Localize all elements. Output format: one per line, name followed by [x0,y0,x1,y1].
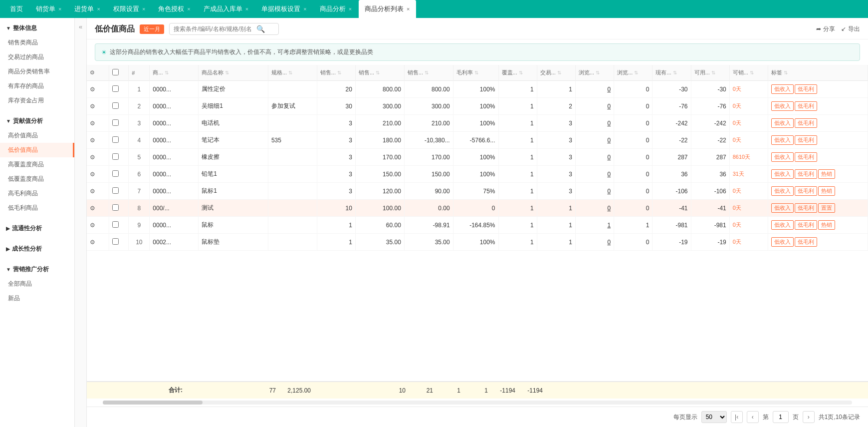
select-all-checkbox[interactable] [112,69,119,75]
col-sales-cost[interactable]: 销售... ⇅ [404,65,453,81]
col-spec[interactable]: 规格... ⇅ [268,65,317,81]
row-check[interactable] [109,217,129,234]
browse1-link[interactable]: 0 [607,205,611,212]
close-icon[interactable]: × [142,6,145,12]
row-check[interactable] [109,132,129,149]
col-sales-qty[interactable]: 销售... ⇅ [317,65,355,81]
col-browse2[interactable]: 浏览... ⇅ [614,65,652,81]
sidebar-item-新品[interactable]: 新品 [0,291,74,306]
page-input[interactable] [773,411,789,423]
browse1-link[interactable]: 0 [607,239,611,246]
gear-cell[interactable]: ⚙ [87,166,109,183]
row-checkbox[interactable] [112,238,119,245]
scrollbar-track[interactable] [103,401,852,405]
sidebar-item-销售类商品[interactable]: 销售类商品 [0,35,74,50]
gear-cell[interactable]: ⚙ [87,132,109,149]
gear-cell[interactable]: ⚙ [87,115,109,132]
col-sales-amt[interactable]: 销售... ⇅ [355,65,404,81]
sidebar-item-高价值商品[interactable]: 高价值商品 [0,128,74,143]
close-icon[interactable]: × [407,6,410,12]
sidebar-group-header-贡献值分析[interactable]: ▼ 贡献值分析 [0,114,74,128]
col-browse1[interactable]: 浏览... ⇅ [575,65,614,81]
browse1-link[interactable]: 0 [607,103,611,110]
close-icon[interactable]: × [187,6,190,12]
browse1-link[interactable]: 0 [607,120,611,127]
nav-item-角色授权[interactable]: 角色授权× [152,0,196,18]
row-checkbox[interactable] [112,119,119,126]
col-trade[interactable]: 交易... ⇅ [537,65,575,81]
row-check[interactable] [109,81,129,98]
sidebar-item-低毛利商品[interactable]: 低毛利商品 [0,201,74,215]
browse1-link[interactable]: 1 [607,222,611,229]
row-check[interactable] [109,149,129,166]
col-saleable[interactable]: 可销... ⇅ [729,65,768,81]
sidebar-group-header-整体信息[interactable]: ▼ 整体信息 [0,21,74,35]
page-size-select[interactable]: 50 100 200 [701,411,727,423]
row-checkbox[interactable] [112,136,119,143]
sidebar-item-有库存的商品[interactable]: 有库存的商品 [0,79,74,93]
nav-item-商品分析[interactable]: 商品分析× [314,0,358,18]
sidebar-item-全部商品[interactable]: 全部商品 [0,277,74,291]
nav-item-单据模板设置[interactable]: 单据模板设置× [255,0,312,18]
export-button[interactable]: ↙ 导出 [841,25,860,33]
nav-item-销货单[interactable]: 销货单× [30,0,67,18]
col-name[interactable]: 商品名称 ⇅ [199,65,268,81]
row-checkbox[interactable] [112,221,119,228]
gear-cell[interactable]: ⚙ [87,217,109,234]
row-check[interactable] [109,200,129,217]
gear-cell[interactable]: ⚙ [87,81,109,98]
row-check[interactable] [109,115,129,132]
sidebar-item-低覆盖度商品[interactable]: 低覆盖度商品 [0,172,74,186]
nav-item-产成品入库单[interactable]: 产成品入库单× [198,0,254,18]
gear-cell[interactable]: ⚙ [87,200,109,217]
browse1-link[interactable]: 0 [607,137,611,144]
browse1-link[interactable]: 0 [607,188,611,195]
browse1-link[interactable]: 0 [607,171,611,178]
gear-cell[interactable]: ⚙ [87,149,109,166]
gear-cell[interactable]: ⚙ [87,234,109,251]
scrollbar-thumb[interactable] [103,401,203,405]
row-checkbox[interactable] [112,204,119,211]
close-icon[interactable]: × [58,6,61,12]
sidebar-group-header-营销推广分析[interactable]: ▼ 营销推广分析 [0,262,74,277]
close-icon[interactable]: × [97,6,100,12]
close-icon[interactable]: × [349,6,352,12]
col-avail[interactable]: 可用... ⇅ [691,65,729,81]
search-icon[interactable]: 🔍 [256,25,265,33]
col-tag[interactable]: 标签 ⇅ [768,65,868,81]
row-check[interactable] [109,183,129,200]
sidebar-item-高毛利商品[interactable]: 高毛利商品 [0,186,74,201]
row-checkbox[interactable] [112,187,119,194]
close-icon[interactable]: × [245,6,248,12]
gear-cell[interactable]: ⚙ [87,98,109,115]
sidebar-collapse-btn[interactable]: « [75,18,87,427]
sidebar-group-header-成长性分析[interactable]: ▶ 成长性分析 [0,242,74,256]
gear-cell[interactable]: ⚙ [87,183,109,200]
sidebar-item-商品分类销售率[interactable]: 商品分类销售率 [0,64,74,79]
col-cover[interactable]: 覆盖... ⇅ [498,65,537,81]
browse1-link[interactable]: 0 [607,86,611,93]
col-check-all[interactable] [109,65,129,81]
col-code[interactable]: 商... ⇅ [150,65,199,81]
nav-item-首页[interactable]: 首页 [4,0,29,18]
first-page-btn[interactable]: |‹ [731,411,743,423]
row-checkbox[interactable] [112,102,119,109]
prev-page-btn[interactable]: ‹ [747,411,759,423]
nav-item-进货单[interactable]: 进货单× [68,0,106,18]
col-stock[interactable]: 现有... ⇅ [652,65,691,81]
row-checkbox[interactable] [112,153,119,160]
close-icon[interactable]: × [303,6,306,12]
row-check[interactable] [109,166,129,183]
row-checkbox[interactable] [112,170,119,177]
row-check[interactable] [109,98,129,115]
sidebar-group-header-流通性分析[interactable]: ▶ 流通性分析 [0,221,74,236]
sidebar-item-低价值商品[interactable]: 低价值商品 [0,143,74,157]
next-page-btn[interactable]: › [803,411,815,423]
browse1-link[interactable]: 0 [607,154,611,161]
col-gear[interactable]: ⚙ [87,65,109,81]
row-check[interactable] [109,234,129,251]
sidebar-item-高覆盖度商品[interactable]: 高覆盖度商品 [0,157,74,172]
row-checkbox[interactable] [112,85,119,92]
sidebar-item-库存资金占用[interactable]: 库存资金占用 [0,93,74,108]
nav-item-商品分析列表[interactable]: 商品分析列表× [359,0,416,18]
